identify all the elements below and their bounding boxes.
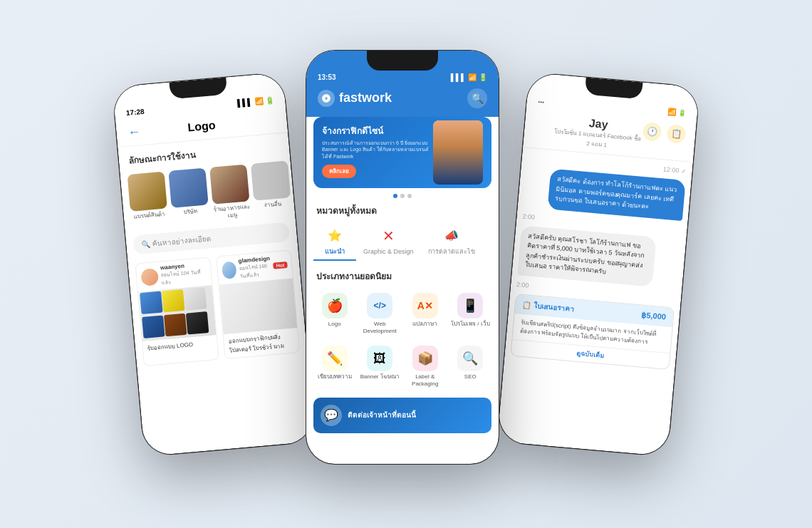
category-label-company: บริษัท <box>184 207 198 215</box>
hero-person-image <box>433 120 483 185</box>
service-promo[interactable]: 📱 โปรโมเพจ / เว็บ <box>449 289 492 338</box>
message-sent-1: สวัสดีคะ ต้องการ ทำโลโก้ร้านกาแฟคะ แนวมิ… <box>547 168 686 220</box>
category-label-other: งานอื่น <box>264 200 282 209</box>
seller-avatar-2 <box>222 261 237 279</box>
service-banner-label: Banner โฆษณา <box>360 373 400 381</box>
tab-recommended-label: แนะนำ <box>325 248 345 256</box>
service-logo-icon: 🍎 <box>322 293 348 319</box>
service-seo[interactable]: 🔍 SEO <box>449 341 492 391</box>
search-button-center[interactable]: 🔍 <box>467 88 487 108</box>
notch-center <box>367 51 438 71</box>
seller-meta-2: ออนไลน์ 166 วันที่แล้ว <box>239 262 271 280</box>
fastwork-header: fastwork 🔍 <box>306 84 499 117</box>
service-web[interactable]: </> Web Development <box>359 289 402 338</box>
notes-icon-button[interactable]: 📋 <box>666 123 686 143</box>
service-web-icon: </> <box>367 293 392 319</box>
service-translate-icon: A✕ <box>412 293 438 319</box>
category-img-other <box>251 160 291 200</box>
port-item <box>142 315 165 338</box>
wifi-center-icon: 📶 <box>468 73 477 81</box>
center-phone-content: 13:53 ▌▌▌ 📶 🔋 fa <box>306 51 499 464</box>
hero-banner[interactable]: จ้างกราฟิกดีไซน์ ประสบการณ์ด้านการออกแบบ… <box>313 117 491 188</box>
battery-right-icon: 🔋 <box>678 108 687 116</box>
service-writing[interactable]: ✏️ เขียนบทความ <box>313 341 356 391</box>
service-translate[interactable]: A✕ แปลภาษา <box>404 289 447 338</box>
lp-item <box>225 303 227 316</box>
bottom-banner[interactable]: 💬 ติดต่อเจ้าหน้าที่ตอนนี้ <box>313 398 491 433</box>
seller-portfolio-1 <box>138 285 217 341</box>
lp-item <box>227 302 228 315</box>
service-logo[interactable]: 🍎 Logo <box>313 289 356 338</box>
tab-marketing[interactable]: 📣 การตลาดและไข <box>421 222 482 262</box>
seller-info-1: waanyen ออนไลน์ 104 วันที่แล้ว <box>160 261 207 286</box>
logo-icon <box>318 90 335 107</box>
port-item <box>184 287 207 311</box>
tab-graphic-label: Graphic & Design <box>363 248 414 256</box>
tab-marketing-label: การตลาดและไข <box>428 248 475 256</box>
status-icons-center: ▌▌▌ 📶 🔋 <box>451 73 487 81</box>
message-received-1: สวัสดีครับ คุณสโรชา โลโก้ร้านกาแฟ ขอคิดร… <box>517 224 657 286</box>
seller-card-2[interactable]: glamdesign ออนไลน์ 166 วันที่แล้ว Hot <box>216 249 300 359</box>
time-right: ... <box>538 95 544 104</box>
lp-item <box>228 302 229 315</box>
service-translate-label: แปลภาษา <box>412 321 437 328</box>
service-label[interactable]: 📦 Label & Packaging <box>404 341 447 391</box>
clock-icon-button[interactable]: 🕐 <box>642 121 662 141</box>
category-brand[interactable]: แบรนด์สินค้า <box>127 171 169 227</box>
header-icons: 🕐 📋 <box>642 121 686 143</box>
tab-graphic-design[interactable]: ✕ Graphic & Design <box>356 222 421 262</box>
hot-badge: Hot <box>273 262 287 269</box>
port-item <box>164 313 187 336</box>
category-img-brand <box>127 171 167 211</box>
brand-name: fastwork <box>339 90 392 105</box>
all-categories-label: หมวดหมู่ทั้งหมด <box>306 201 499 220</box>
category-label-brand: แบรนด์สินค้า <box>133 210 165 219</box>
lp-item <box>225 288 227 301</box>
battery-icon: 🔋 <box>265 95 274 104</box>
status-icons-left: ▌▌▌ 📶 🔋 <box>237 95 274 106</box>
tab-recommended[interactable]: ⭐ แนะนำ <box>313 222 356 262</box>
category-restaurant[interactable]: ร้านอาหารและเมนู <box>209 164 251 219</box>
dot-active <box>393 194 397 198</box>
hero-cta-button[interactable]: คลิกเลย <box>322 165 356 178</box>
port-item <box>140 291 163 314</box>
category-img-restaurant <box>209 164 249 204</box>
port-item <box>162 289 185 313</box>
quote-icon: 📋 <box>522 300 531 309</box>
phones-container: 17:28 ▌▌▌ 📶 🔋 ← Logo ลักษณะการใช้งาน <box>85 22 727 507</box>
wifi-right-icon: 📶 <box>667 107 677 115</box>
seller-info-2: glamdesign ออนไลน์ 166 วันที่แล้ว <box>238 255 271 280</box>
quote-title: 📋 ใบเสนอราคา <box>522 299 575 314</box>
popular-services-title: ประเภทงานยอดนิยม <box>306 266 499 286</box>
service-seo-icon: 🔍 <box>457 346 483 371</box>
category-company[interactable]: บริษัท <box>168 167 209 223</box>
back-button[interactable]: ← <box>127 124 142 140</box>
seller-card-1[interactable]: waanyen ออนไลน์ 104 วันที่แล้ว <box>135 257 219 366</box>
tab-marketing-icon: 📣 <box>442 226 462 246</box>
time-center: 13:53 <box>318 73 336 81</box>
seller-portfolio-2 <box>219 278 298 334</box>
seller-avatar-1 <box>140 267 159 286</box>
services-grid: 🍎 Logo </> Web Development A✕ แปลภาษา 📱 … <box>306 286 499 394</box>
lp-item <box>229 316 230 329</box>
status-icons-right: 📶 🔋 <box>667 107 687 116</box>
quote-price: ฿5,000 <box>641 310 667 321</box>
battery-center-icon: 🔋 <box>479 73 487 81</box>
hero-text: จ้างกราฟิกดีไซน์ ประสบการณ์ด้านการออกแบบ… <box>322 126 433 178</box>
hero-dots <box>306 194 499 198</box>
time-left: 17:28 <box>126 107 145 116</box>
service-banner[interactable]: 🖼 Banner โฆษณา <box>359 341 402 391</box>
category-other[interactable]: งานอื่น <box>251 160 292 216</box>
hero-title: จ้างกราฟิกดีไซน์ <box>322 126 433 138</box>
lp-item <box>227 288 228 301</box>
service-writing-icon: ✏️ <box>322 346 348 371</box>
service-seo-label: SEO <box>464 373 477 381</box>
dot-3 <box>407 194 412 198</box>
support-icon: 💬 <box>321 405 342 426</box>
signal-center-icon: ▌▌▌ <box>451 73 466 81</box>
hero-subtitle: ประสบการณ์ด้านการออกแบบกว่า 6 ปี ยิ่งออก… <box>322 140 433 160</box>
phone-left: 17:28 ▌▌▌ 📶 🔋 ← Logo ลักษณะการใช้งาน <box>113 72 315 456</box>
lp-item <box>227 316 228 329</box>
wifi-icon: 📶 <box>254 97 264 105</box>
seller-grid: waanyen ออนไลน์ 104 วันที่แล้ว <box>127 246 307 369</box>
